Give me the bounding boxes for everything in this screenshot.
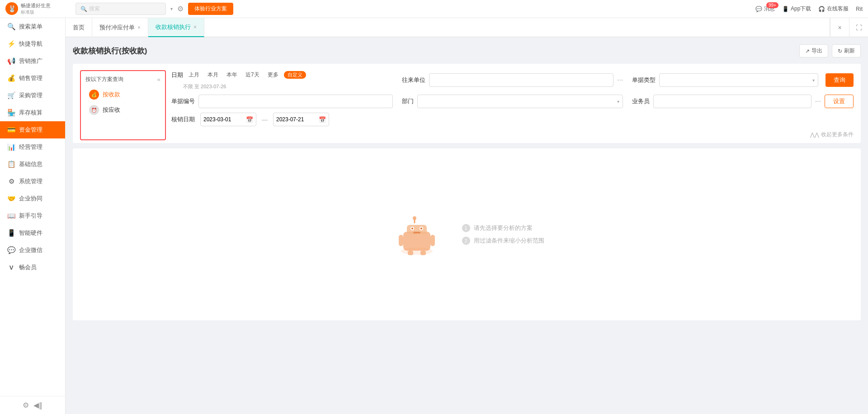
logo-icon: 🐰 [5,2,18,15]
export-button[interactable]: ↗ 导出 [799,44,828,57]
sidebar-item-enterprise[interactable]: 🤝 企业协同 [0,190,65,207]
filter-dept-cell: 部门 ▾ [402,95,623,108]
collapse-icon: ⋀⋀ [810,132,819,138]
topbar-search-box[interactable]: 🔍 搜索 [75,3,166,15]
tab-home[interactable]: 首页 [66,18,92,37]
sidebar-item-hardware[interactable]: 📱 智能硬件 [0,224,65,242]
svg-rect-9 [430,235,435,246]
system-icon: ⚙ [7,177,15,186]
by-receipt-icon: 💰 [89,90,99,100]
date-btn-last-month[interactable]: 上月 [186,70,202,80]
date-range-separator: — [262,116,268,123]
doctype-select[interactable] [659,73,818,87]
scheme-header: 按以下方案查询 « [85,76,160,83]
date-btn-more[interactable]: 更多 [265,70,281,80]
solution-button[interactable]: 体验行业方案 [188,3,233,15]
staff-dots-icon[interactable]: ··· [815,97,821,105]
sidebar-item-system[interactable]: ⚙ 系统管理 [0,173,65,190]
sidebar-item-wechat[interactable]: 💬 企业微信 [0,242,65,259]
svg-point-13 [413,216,416,220]
topbar: 🐰 畅捷通好生意 标准版 🔍 搜索 ▾ ⚙ 体验行业方案 💬 消息 99+ 📱 … [0,0,868,18]
logo-text-area: 畅捷通好生意 标准版 [21,2,51,15]
tip2-text: 用过滤条件来缩小分析范围 [474,237,544,245]
logo-text: 畅捷通好生意 [21,2,51,9]
finance-icon: 💳 [7,126,15,134]
date-btn-this-month[interactable]: 本月 [205,70,221,80]
date-btn-7days[interactable]: 近7天 [243,70,262,80]
sidebar-item-operation[interactable]: 📊 经营管理 [0,138,65,156]
counterpart-input[interactable] [429,73,613,87]
sidebar-item-sales[interactable]: 💰 销售管理 [0,70,65,87]
date-row: 日期 上月 本月 本年 近7天 更多 自定义 [171,70,306,80]
sidebar-item-member[interactable]: V 畅会员 [0,259,65,276]
filter-docno-cell: 单据编号 [171,95,393,108]
collapse-more-button[interactable]: ⋀⋀ 收起更多条件 [810,131,854,138]
svg-rect-1 [403,232,430,251]
date-btn-this-year[interactable]: 本年 [224,70,240,80]
app-download-button[interactable]: 📱 App下载 [782,5,811,13]
sidebar-item-finance[interactable]: 💳 资金管理 [0,121,65,138]
svg-point-5 [411,228,413,229]
filter-panel: 按以下方案查询 « 💰 按收款 ⏰ 按应收 [73,64,861,143]
message-button[interactable]: 💬 消息 99+ [755,5,775,13]
page-header: 收款核销执行(按收款) ↗ 导出 ↻ 刷新 [73,44,861,57]
inventory-icon: 🏪 [7,109,15,117]
tab-prepay-close[interactable]: × [137,24,141,31]
sidebar-item-marketing[interactable]: 📢 营销推广 [0,52,65,70]
dept-select[interactable] [417,95,623,108]
message-icon: 💬 [755,6,762,12]
counterpart-dots-icon[interactable]: ··· [617,76,623,84]
topbar-gear-icon[interactable]: ⚙ [177,5,184,13]
scheme-collapse-icon[interactable]: « [157,76,160,83]
setting-button[interactable]: 设置 [825,95,854,108]
verify-date-start-input[interactable] [203,116,244,123]
search-placeholder-text: 搜索 [89,5,100,13]
verify-date-end-input[interactable] [276,116,317,123]
sidebar: 🔍 搜索菜单 ⚡ 快捷导航 📢 营销推广 💰 销售管理 🛒 采购管理 🏪 库存核… [0,18,66,414]
sidebar-item-search[interactable]: 🔍 搜索菜单 [0,18,65,35]
topbar-dropdown-icon[interactable]: ▾ [170,6,173,11]
filter-option-by-receipt[interactable]: 💰 按收款 [85,87,160,102]
tab-receipts-close[interactable]: × [193,24,197,30]
doctype-label: 单据类型 [632,76,656,84]
staff-label: 业务员 [632,97,650,105]
filter-counterpart-cell: 往来单位 ··· [402,70,623,90]
query-button[interactable]: 查询 [826,73,854,87]
marketing-icon: 📢 [7,57,15,65]
empty-illustration [390,211,444,258]
sidebar-collapse-icon[interactable]: ◀‖ [33,401,42,409]
sidebar-item-inventory[interactable]: 🏪 库存核算 [0,104,65,121]
doctype-select-wrapper: ▾ [659,73,818,87]
dept-select-wrapper: ▾ [417,95,623,108]
message-badge: 99+ [766,2,778,8]
page-actions: ↗ 导出 ↻ 刷新 [799,44,861,57]
basic-info-icon: 📋 [7,160,15,168]
refresh-button[interactable]: ↻ 刷新 [832,44,861,57]
calendar-start-icon[interactable]: 📅 [246,116,253,123]
tabs-bar: 首页 预付冲应付单 × 收款核销执行 × × ⛶ [66,18,868,37]
date-custom-badge[interactable]: 自定义 [284,71,306,79]
staff-input[interactable] [653,95,811,108]
filter-staff-cell: 业务员 ··· 设置 [632,95,854,108]
tab-close-button[interactable]: × [830,18,849,37]
sidebar-item-guide[interactable]: 📖 新手引导 [0,207,65,224]
wechat-icon: 💬 [7,246,15,254]
member-icon: V [7,264,15,271]
tip2-number: 2 [462,237,470,245]
user-profile[interactable]: Rit [856,6,863,12]
sidebar-item-quick-nav[interactable]: ⚡ 快捷导航 [0,35,65,52]
sidebar-item-basic-info[interactable]: 📋 基础信息 [0,156,65,173]
filter-option-by-payable[interactable]: ⏰ 按应收 [85,102,160,118]
calendar-end-icon[interactable]: 📅 [319,116,326,123]
content-area: 首页 预付冲应付单 × 收款核销执行 × × ⛶ 收款核销执行(按收款) ↗ [66,18,868,414]
tip1-number: 1 [462,224,470,232]
quick-nav-icon: ⚡ [7,40,15,48]
docno-input[interactable] [198,95,393,108]
tab-prepay[interactable]: 预付冲应付单 × [92,18,148,37]
tab-receipts-offset[interactable]: 收款核销执行 × [148,18,204,37]
sidebar-item-purchase[interactable]: 🛒 采购管理 [0,87,65,104]
logo-sub: 标准版 [21,9,51,15]
tab-expand-button[interactable]: ⛶ [849,18,868,37]
online-service-button[interactable]: 🎧 在线客服 [818,5,849,13]
sidebar-gear-icon[interactable]: ⚙ [23,401,29,409]
